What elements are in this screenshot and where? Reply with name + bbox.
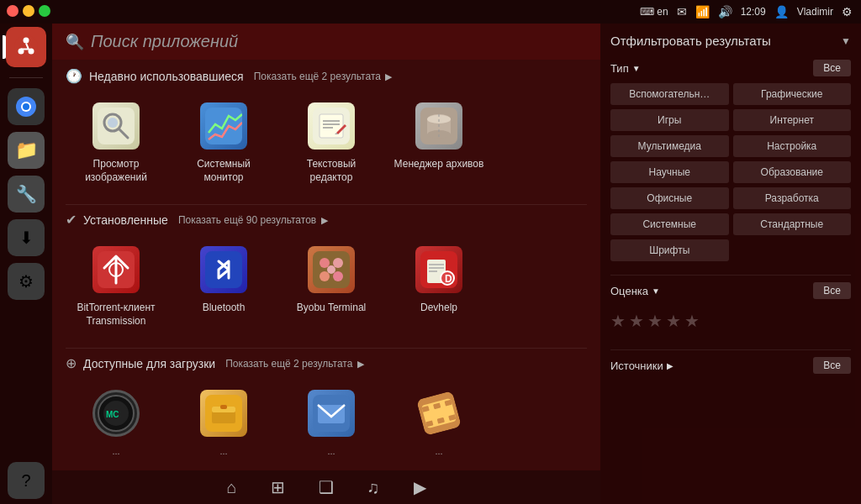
star-1[interactable]: ★ [610,311,626,331]
taskbar-files-button[interactable]: ❑ [315,474,337,501]
taskbar-home-button[interactable]: ⌂ [223,475,240,501]
list-item[interactable]: ... [281,381,382,462]
filter-btn-system[interactable]: Системные [610,213,729,235]
installed-icon: ✔ [66,212,77,228]
list-item[interactable]: MC ... [66,381,166,462]
launcher-help-icon[interactable]: ? [6,460,46,501]
svg-point-1 [24,38,29,44]
app-label: Bluetooth [203,302,246,315]
app-icon-sysmon [197,99,251,153]
taskbar-video-button[interactable]: ▶ [410,474,430,501]
filter-btn-internet[interactable]: Интернет [733,109,852,131]
taskbar-music-button[interactable]: ♫ [364,475,383,501]
launcher-ubuntu-button[interactable] [6,27,46,67]
keyboard-indicator[interactable]: ⌨ en [640,6,668,18]
launcher-browser-icon[interactable] [6,87,46,127]
filter-panel: Отфильтровать результаты ▼ Тип ▼ Все Всп… [600,24,861,504]
star-rating[interactable]: ★ ★ ★ ★ ★ [610,306,851,336]
list-item[interactable]: Byobu Terminal [281,238,382,333]
svg-point-30 [333,271,343,281]
search-bar: 🔍 [52,24,600,60]
list-item[interactable]: Менеджер архивов [388,94,489,189]
filter-btn-fonts[interactable]: Шрифты [610,239,729,261]
launcher-settings-icon[interactable]: ⚙ [6,261,46,302]
available-app-grid: MC ... [66,381,587,462]
launcher-files-icon[interactable]: 📁 [6,130,46,171]
dash-taskbar: ⌂ ⊞ ❑ ♫ ▶ [52,470,600,504]
filter-btn-development[interactable]: Разработка [733,187,852,209]
filter-sources-section: Источники ▶ Все [610,357,851,374]
app-icon-texteditor [304,99,358,153]
app-label: ... [112,445,119,457]
app-label: Devhelp [420,302,457,315]
filter-sources-all-button[interactable]: Все [813,357,851,374]
wifi-icon[interactable]: 📶 [695,5,710,18]
list-item[interactable]: Системный монитор [173,94,274,189]
installed-title: Установленные [83,213,168,227]
app-label: Просмотр изображений [71,158,161,184]
app-icon-torrent [89,243,143,297]
installed-show-more[interactable]: Показать ещё 90 результатов ▶ [178,214,328,226]
star-3[interactable]: ★ [647,311,663,331]
filter-title: Отфильтровать результаты ▼ [610,34,851,48]
filter-sources-title[interactable]: Источники ▶ [610,360,673,372]
star-2[interactable]: ★ [629,311,644,331]
app-label: ... [327,445,335,457]
dash-content: 🕐 Недавно использовавшиеся Показать ещё … [52,60,600,470]
list-item[interactable]: BitTorrent-клиент Transmission [66,238,166,333]
taskbar-apps-button[interactable]: ⊞ [267,474,288,501]
list-item[interactable]: D Devhelp [388,238,489,333]
app-icon-film [412,386,466,440]
filter-btn-science[interactable]: Научные [610,161,729,183]
mail-icon[interactable]: ✉ [677,5,687,18]
launcher-apps-icon[interactable]: 🔧 [6,174,46,214]
section-divider [66,204,587,205]
recent-show-more[interactable]: Показать ещё 2 результата ▶ [254,71,393,82]
list-item[interactable]: Bluetooth [173,238,274,333]
list-item[interactable]: Просмотр изображений [66,94,166,189]
available-title: Доступные для загрузки [83,357,215,370]
star-5[interactable]: ★ [684,311,700,331]
filter-btn-graphics[interactable]: Графические [733,83,852,105]
app-icon-archiver [412,99,466,153]
available-icon: ⊕ [66,355,77,371]
filter-type-all-button[interactable]: Все [813,60,851,76]
filter-btn-multimedia[interactable]: Мультимедиа [610,135,729,157]
volume-icon[interactable]: 🔊 [718,5,732,18]
settings-icon[interactable]: ⚙ [842,5,853,18]
available-show-more[interactable]: Показать ещё 2 результата ▶ [225,358,364,370]
list-item[interactable]: Текстовый редактор [281,94,382,189]
filter-type-buttons: Вспомогательн… Графические Игры Интернет… [610,83,851,261]
list-item[interactable]: ... [173,381,274,462]
filter-dropdown-icon: ▼ [841,35,851,47]
svg-text:D: D [445,273,452,285]
search-input[interactable] [91,32,587,51]
filter-btn-games[interactable]: Игры [610,109,729,131]
filter-type-title[interactable]: Тип ▼ [610,62,641,75]
window-close-button[interactable] [7,5,18,17]
type-dropdown-icon: ▼ [632,64,641,73]
filter-type-section: Тип ▼ Все Вспомогательн… Графические Игр… [610,60,851,261]
filter-btn-education[interactable]: Образование [733,161,852,183]
svg-point-10 [108,118,118,128]
installed-app-grid: BitTorrent-клиент Transmission [66,238,587,333]
filter-btn-auxiliary[interactable]: Вспомогательн… [610,83,729,105]
filter-rating-all-button[interactable]: Все [813,282,851,299]
filter-rating-title[interactable]: Оценка ▼ [610,285,660,297]
window-maximize-button[interactable] [39,5,50,17]
svg-point-29 [320,271,330,281]
window-minimize-button[interactable] [23,5,34,17]
filter-btn-settings[interactable]: Настройка [733,135,852,157]
list-item[interactable]: ... [388,381,489,462]
filter-btn-office[interactable]: Офисные [610,187,729,209]
unity-launcher: 📁 🔧 ⬇ ⚙ ? [0,24,52,504]
app-label: ... [435,445,442,457]
app-label: Менеджер архивов [394,158,484,171]
username-label[interactable]: Vladimir [797,6,833,18]
rating-dropdown-icon: ▼ [652,286,660,296]
launcher-download-icon[interactable]: ⬇ [6,218,46,258]
launcher-divider [9,77,43,78]
filter-btn-standard[interactable]: Стандартные [733,213,852,235]
star-4[interactable]: ★ [666,311,681,331]
svg-point-31 [327,265,335,274]
